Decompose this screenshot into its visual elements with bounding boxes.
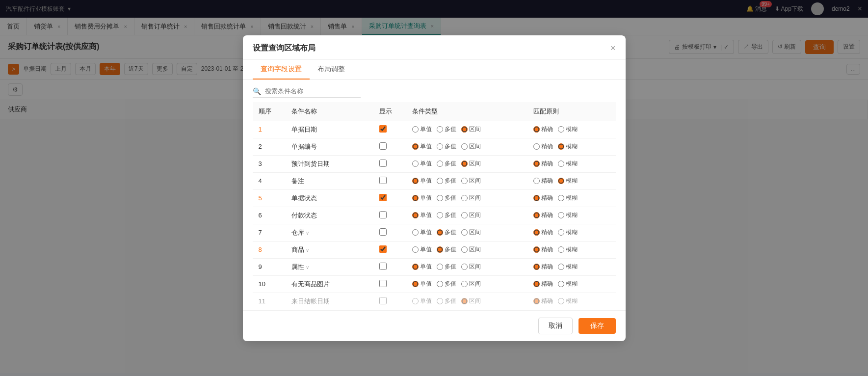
match-rule-精确[interactable]: 精确 — [533, 142, 553, 151]
match-rule-模糊[interactable]: 模糊 — [558, 194, 578, 202]
match-rule-精确[interactable]: 精确 — [533, 194, 553, 202]
table-body: 1单据日期单值多值区间精确模糊2单据编号单值多值区间精确模糊3预计到货日期单值多… — [253, 121, 616, 310]
condition-type-多值[interactable]: 多值 — [437, 142, 456, 151]
condition-type-多值[interactable]: 多值 — [437, 211, 456, 219]
match-rule-精确[interactable]: 精确 — [533, 263, 553, 271]
condition-type-多值[interactable]: 多值 — [437, 245, 456, 254]
condition-type-区间[interactable]: 区间 — [461, 297, 481, 305]
condition-type-单值[interactable]: 单值 — [412, 228, 432, 237]
cell-display — [373, 224, 406, 241]
th-display: 显示 — [373, 102, 406, 121]
cell-match-rule: 精确模糊 — [527, 224, 615, 241]
condition-type-单值[interactable]: 单值 — [412, 125, 432, 134]
condition-type-多值[interactable]: 多值 — [437, 263, 456, 271]
condition-type-区间[interactable]: 区间 — [461, 280, 481, 288]
display-checkbox[interactable] — [379, 297, 387, 304]
condition-type-单值[interactable]: 单值 — [412, 245, 432, 254]
display-checkbox[interactable] — [379, 245, 387, 253]
cell-condition-name: 仓库 ∨ — [286, 224, 373, 241]
condition-type-单值[interactable]: 单值 — [412, 263, 432, 271]
condition-type-多值[interactable]: 多值 — [437, 160, 456, 168]
display-checkbox[interactable] — [379, 211, 387, 218]
match-rule-模糊[interactable]: 模糊 — [558, 177, 578, 185]
condition-type-多值[interactable]: 多值 — [437, 125, 456, 134]
match-rule-模糊[interactable]: 模糊 — [558, 142, 578, 151]
match-rule-模糊[interactable]: 模糊 — [558, 245, 578, 254]
match-rule-精确[interactable]: 精确 — [533, 280, 553, 288]
condition-type-区间[interactable]: 区间 — [461, 194, 481, 202]
display-checkbox[interactable] — [379, 160, 387, 167]
match-rule-精确[interactable]: 精确 — [533, 160, 553, 168]
table-row: 10有无商品图片单值多值区间精确模糊 — [253, 275, 616, 293]
search-input[interactable] — [265, 87, 353, 95]
cell-condition-name: 单据日期 — [286, 121, 373, 138]
match-rule-精确[interactable]: 精确 — [533, 211, 553, 219]
condition-type-多值[interactable]: 多值 — [437, 177, 456, 185]
cell-match-rule: 精确模糊 — [527, 207, 615, 224]
condition-type-区间[interactable]: 区间 — [461, 177, 481, 185]
table-row: 6付款状态单值多值区间精确模糊 — [253, 207, 616, 224]
cell-condition-name: 属性 ∨ — [286, 258, 373, 275]
condition-type-区间[interactable]: 区间 — [461, 228, 481, 237]
condition-type-区间[interactable]: 区间 — [461, 125, 481, 134]
display-checkbox[interactable] — [379, 125, 387, 133]
condition-type-单值[interactable]: 单值 — [412, 297, 432, 305]
table-row: 8商品 ∨单值多值区间精确模糊 — [253, 241, 616, 258]
condition-type-单值[interactable]: 单值 — [412, 194, 432, 202]
cell-display — [373, 121, 406, 138]
display-checkbox[interactable] — [379, 142, 387, 150]
save-btn[interactable]: 保存 — [579, 318, 616, 334]
condition-type-单值[interactable]: 单值 — [412, 142, 432, 151]
match-rule-精确[interactable]: 精确 — [533, 177, 553, 185]
condition-type-单值[interactable]: 单值 — [412, 160, 432, 168]
cell-display — [373, 189, 406, 207]
match-rule-精确[interactable]: 精确 — [533, 125, 553, 134]
condition-type-区间[interactable]: 区间 — [461, 211, 481, 219]
modal-close-btn[interactable]: × — [610, 43, 616, 54]
cell-condition-type: 单值多值区间 — [406, 121, 527, 138]
modal-tab-query-field[interactable]: 查询字段设置 — [253, 60, 310, 80]
cell-order: 9 — [253, 258, 286, 275]
match-rule-精确[interactable]: 精确 — [533, 297, 553, 305]
cell-condition-type: 单值多值区间 — [406, 293, 527, 310]
condition-type-group: 单值多值区间 — [412, 280, 522, 288]
condition-type-多值[interactable]: 多值 — [437, 194, 456, 202]
condition-type-单值[interactable]: 单值 — [412, 211, 432, 219]
match-rule-模糊[interactable]: 模糊 — [558, 211, 578, 219]
match-rule-模糊[interactable]: 模糊 — [558, 297, 578, 305]
display-checkbox[interactable] — [379, 177, 387, 184]
match-rule-模糊[interactable]: 模糊 — [558, 125, 578, 134]
display-checkbox[interactable] — [379, 194, 387, 201]
match-rule-模糊[interactable]: 模糊 — [558, 160, 578, 168]
display-checkbox[interactable] — [379, 280, 387, 287]
condition-table: 顺序 条件名称 显示 条件类型 匹配原则 1单据日期单值多值区间精确模糊2单据编… — [253, 102, 616, 310]
condition-type-多值[interactable]: 多值 — [437, 297, 456, 305]
cell-order: 11 — [253, 293, 286, 310]
condition-type-多值[interactable]: 多值 — [437, 280, 456, 288]
condition-type-单值[interactable]: 单值 — [412, 177, 432, 185]
display-checkbox[interactable] — [379, 263, 387, 270]
match-rule-模糊[interactable]: 模糊 — [558, 228, 578, 237]
condition-type-区间[interactable]: 区间 — [461, 160, 481, 168]
table-row: 5单据状态单值多值区间精确模糊 — [253, 189, 616, 207]
cell-display — [373, 275, 406, 293]
cancel-btn[interactable]: 取消 — [538, 318, 573, 334]
match-rule-模糊[interactable]: 模糊 — [558, 263, 578, 271]
dropdown-arrow-icon: ∨ — [306, 230, 309, 236]
match-rule-模糊[interactable]: 模糊 — [558, 280, 578, 288]
cell-condition-type: 单值多值区间 — [406, 207, 527, 224]
condition-type-单值[interactable]: 单值 — [412, 280, 432, 288]
condition-type-group: 单值多值区间 — [412, 142, 522, 151]
cell-display — [373, 241, 406, 258]
condition-type-多值[interactable]: 多值 — [437, 228, 456, 237]
cell-display — [373, 293, 406, 310]
display-checkbox[interactable] — [379, 228, 387, 236]
match-rule-group: 精确模糊 — [533, 211, 609, 219]
match-rule-精确[interactable]: 精确 — [533, 245, 553, 254]
condition-type-区间[interactable]: 区间 — [461, 245, 481, 254]
condition-type-区间[interactable]: 区间 — [461, 263, 481, 271]
modal-tab-layout[interactable]: 布局调整 — [310, 60, 353, 80]
cell-match-rule: 精确模糊 — [527, 293, 615, 310]
condition-type-区间[interactable]: 区间 — [461, 142, 481, 151]
match-rule-精确[interactable]: 精确 — [533, 228, 553, 237]
